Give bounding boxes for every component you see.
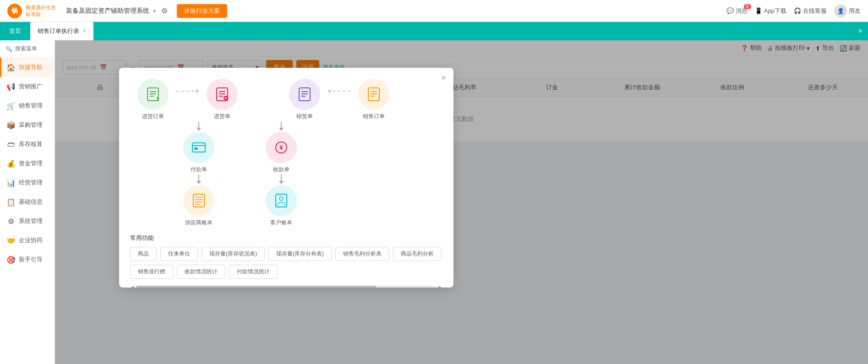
sales-icon: 🛒 bbox=[7, 102, 15, 110]
common-functions: 常用功能 商品 往来单位 现存量(库存状况表) 现存量(库存分布表) 销售毛利分… bbox=[130, 234, 442, 279]
flow-item-sales-bill[interactable]: 销货单 bbox=[289, 79, 320, 120]
avatar: 👤 bbox=[834, 5, 847, 17]
top-header: 畅 畅康通好生意 标准版 装备及固定资产辅助管理系统 ▾ ⚙ 体验行业方案 💬 … bbox=[0, 0, 868, 22]
sidebar-search[interactable]: 🔍 搜索菜单 bbox=[0, 40, 55, 58]
phone-icon: 📱 bbox=[755, 7, 762, 14]
window-close-icon[interactable]: × bbox=[858, 27, 863, 35]
scroll-right-icon[interactable]: ▶ bbox=[438, 284, 442, 288]
logo-text: 畅康通好生意 标准版 bbox=[26, 4, 56, 17]
func-btn-stock-dist[interactable]: 现存量(库存分布表) bbox=[268, 247, 332, 261]
search-icon: 🔍 bbox=[5, 46, 12, 52]
flow-item-customer-ledger[interactable]: 客户账本 bbox=[266, 185, 297, 227]
flow-item-receipt[interactable]: ¥ 收款单 bbox=[266, 132, 297, 174]
sidebar-item-quick-nav[interactable]: 🏠 快捷导航 bbox=[0, 58, 55, 77]
purchase-icon: 📦 bbox=[7, 121, 15, 129]
finance-icon: 💰 bbox=[7, 159, 15, 168]
online-service-btn[interactable]: 🎧 在线客服 bbox=[794, 7, 827, 15]
customer-ledger-label: 客户账本 bbox=[270, 219, 292, 227]
svg-rect-19 bbox=[192, 143, 205, 152]
flow-item-payment[interactable]: 付款单 bbox=[183, 132, 214, 174]
arrow-left-1 bbox=[328, 89, 351, 93]
func-buttons-row2: 销售排行榜 收款情况统计 付款情况统计 bbox=[130, 265, 442, 279]
sidebar-item-newbie[interactable]: 🎯 新手引导 bbox=[0, 250, 55, 269]
logo-area: 畅 畅康通好生意 标准版 bbox=[7, 4, 62, 18]
settings-icon[interactable]: ⚙ bbox=[161, 6, 168, 15]
func-btn-partner[interactable]: 往来单位 bbox=[160, 247, 198, 261]
header-right: 💬 消息 6 📱 App下载 🎧 在线客服 👤 用友 bbox=[726, 5, 861, 17]
func-btn-stock-status[interactable]: 现存量(库存状况表) bbox=[202, 247, 265, 261]
payment-label: 付款单 bbox=[191, 166, 207, 174]
message-badge: 6 bbox=[744, 4, 751, 9]
purchase-bill-circle bbox=[207, 79, 238, 110]
tab-home[interactable]: 首页 bbox=[0, 22, 30, 40]
arrow-down-2 bbox=[266, 121, 297, 131]
marketing-icon: 📢 bbox=[7, 82, 15, 91]
quick-nav-icon: 🏠 bbox=[7, 63, 15, 71]
tab-bar: 首页 销售订单执行表 × × bbox=[0, 22, 868, 40]
arrow-down-3 bbox=[183, 174, 214, 184]
func-btn-receipt-stats[interactable]: 收款情况统计 bbox=[177, 265, 225, 279]
flow-item-sales-order[interactable]: 销售订单 bbox=[358, 79, 389, 120]
system-icon: ⚙ bbox=[7, 217, 15, 225]
tab-sales-order[interactable]: 销售订单执行表 × bbox=[30, 22, 93, 40]
sidebar-item-finance[interactable]: 💰 资金管理 bbox=[0, 154, 55, 173]
basic-info-icon: 📋 bbox=[7, 198, 15, 206]
purchase-order-circle bbox=[137, 79, 169, 110]
func-btn-sales-rank[interactable]: 销售排行榜 bbox=[130, 265, 173, 279]
svg-point-30 bbox=[279, 197, 283, 201]
supplier-ledger-circle bbox=[183, 185, 214, 216]
sidebar-item-purchase[interactable]: 📦 采购管理 bbox=[0, 115, 55, 135]
customer-ledger-circle bbox=[266, 185, 297, 216]
scrollbar-thumb bbox=[136, 286, 377, 288]
modal-close-icon[interactable]: × bbox=[441, 73, 446, 83]
dropdown-arrow-icon[interactable]: ▾ bbox=[153, 8, 156, 14]
message-btn[interactable]: 💬 消息 6 bbox=[726, 7, 748, 15]
logo-icon: 畅 bbox=[7, 4, 22, 18]
sidebar-item-enterprise[interactable]: 🤝 企业协同 bbox=[0, 231, 55, 250]
purchase-order-label: 进货订单 bbox=[142, 113, 164, 120]
func-btn-payment-stats[interactable]: 付款情况统计 bbox=[229, 265, 278, 279]
receipt-circle: ¥ bbox=[266, 132, 297, 163]
svg-rect-24 bbox=[193, 194, 204, 207]
svg-text:¥: ¥ bbox=[279, 144, 283, 151]
flow-item-purchase-order[interactable]: 进货订单 bbox=[137, 79, 169, 120]
sidebar-item-basic-info[interactable]: 📋 基础信息 bbox=[0, 192, 55, 212]
arrow-down-1 bbox=[183, 121, 214, 131]
modal-box: × 进货订单 bbox=[119, 68, 453, 288]
tab-close-icon[interactable]: × bbox=[83, 28, 86, 34]
func-btn-product-profit[interactable]: 商品毛利分析 bbox=[393, 247, 442, 261]
app-download-btn[interactable]: 📱 App下载 bbox=[755, 7, 786, 15]
receipt-label: 收款单 bbox=[273, 166, 289, 174]
scrollbar-track[interactable] bbox=[136, 286, 437, 288]
func-btn-product[interactable]: 商品 bbox=[130, 247, 157, 261]
supplier-ledger-label: 供应商账本 bbox=[185, 219, 213, 227]
sidebar-item-marketing[interactable]: 📢 营销推广 bbox=[0, 77, 55, 96]
newbie-icon: 🎯 bbox=[7, 255, 15, 264]
sales-order-label: 销售订单 bbox=[363, 113, 385, 120]
modal-overlay[interactable]: × 进货订单 bbox=[55, 40, 868, 364]
headset-icon: 🎧 bbox=[794, 7, 801, 14]
scroll-left-icon[interactable]: ◀ bbox=[130, 284, 134, 288]
sidebar-item-inventory[interactable]: 🗃 库存核算 bbox=[0, 135, 55, 154]
enterprise-icon: 🤝 bbox=[7, 236, 15, 244]
system-title: 装备及固定资产辅助管理系统 bbox=[66, 7, 149, 15]
flow-item-supplier-ledger[interactable]: 供应商账本 bbox=[183, 185, 214, 227]
arrow-right-1 bbox=[176, 89, 199, 93]
experience-btn[interactable]: 体验行业方案 bbox=[177, 4, 227, 18]
payment-circle bbox=[183, 132, 214, 163]
system-title-area: 装备及固定资产辅助管理系统 ▾ ⚙ 体验行业方案 bbox=[66, 4, 726, 18]
main-layout: 🔍 搜索菜单 🏠 快捷导航 📢 营销推广 🛒 销售管理 📦 采购管理 🗃 库存核… bbox=[0, 40, 868, 364]
sidebar-item-system[interactable]: ⚙ 系统管理 bbox=[0, 212, 55, 231]
sidebar: 🔍 搜索菜单 🏠 快捷导航 📢 营销推广 🛒 销售管理 📦 采购管理 🗃 库存核… bbox=[0, 40, 55, 364]
func-btn-sales-analysis[interactable]: 销售毛利分析表 bbox=[335, 247, 389, 261]
sidebar-item-operations[interactable]: 📊 经营管理 bbox=[0, 173, 55, 192]
message-icon: 💬 bbox=[726, 7, 734, 14]
svg-rect-21 bbox=[194, 147, 198, 150]
inventory-icon: 🗃 bbox=[7, 140, 15, 148]
sidebar-item-sales[interactable]: 🛒 销售管理 bbox=[0, 96, 55, 115]
content-area: ❓ 帮助 🖨 按模板打印 ▾ ⬆ 导出 🔄 刷新 yyyy-mm-dd 📅 bbox=[55, 40, 868, 364]
purchase-bill-label: 进货单 bbox=[214, 113, 230, 120]
sales-bill-label: 销货单 bbox=[296, 113, 313, 120]
flow-item-purchase-bill[interactable]: 进货单 bbox=[207, 79, 238, 120]
user-btn[interactable]: 👤 用友 bbox=[834, 5, 861, 17]
